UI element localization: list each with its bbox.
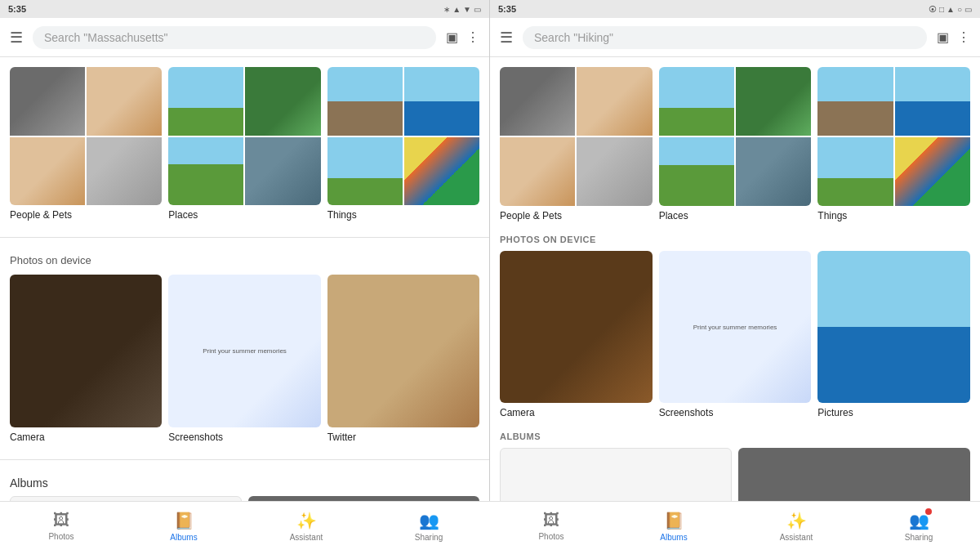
right-nav-photos[interactable]: 🖼 Photos <box>490 511 612 541</box>
thumb-cell <box>327 67 403 136</box>
left-nav-sharing[interactable]: 👥 Sharing <box>368 511 490 542</box>
right-notification-icon: □ <box>939 5 944 14</box>
thumb-cell <box>404 67 479 136</box>
right-category-grid: People & Pets Places <box>500 67 970 221</box>
left-category-things[interactable]: Things <box>327 67 479 221</box>
right-photos-on-device-header: PHOTOS ON DEVICE <box>490 228 980 248</box>
right-people-pets-thumb <box>500 67 653 206</box>
sharing-badge <box>925 508 932 515</box>
right-albums-icon: 📔 <box>664 511 684 530</box>
right-sharing-icon: 👥 <box>909 511 929 530</box>
right-search-bar: ☰ Search "Hiking" ▣ ⋮ <box>490 18 980 57</box>
thumb-cell <box>168 137 243 206</box>
thumb-cell <box>895 67 970 136</box>
thumb-cell <box>168 67 243 136</box>
thumb-cell <box>10 67 85 136</box>
right-places-label: Places <box>659 210 688 221</box>
right-photos-grid: Camera Print your summer memories Screen… <box>490 248 980 426</box>
right-nav-sharing[interactable]: 👥 Sharing <box>858 511 980 542</box>
right-albums-header: ALBUMS <box>490 425 980 445</box>
wifi-icon: ▼ <box>463 5 471 14</box>
right-categories-section: People & Pets Places <box>490 57 980 228</box>
right-nav-albums[interactable]: 📔 Albums <box>612 511 735 542</box>
right-more-icon[interactable]: ⋮ <box>957 29 970 45</box>
right-hamburger-icon[interactable]: ☰ <box>500 29 513 47</box>
right-screenshots-thumb: Print your summer memories <box>659 251 812 404</box>
thumb-cell <box>817 67 893 136</box>
left-more-icon[interactable]: ⋮ <box>466 29 479 45</box>
left-albums-icon: 📔 <box>174 511 194 530</box>
right-sharing-nav-label: Sharing <box>905 533 933 542</box>
left-albums-nav-label: Albums <box>170 533 197 542</box>
right-albums-nav-label: Albums <box>660 533 687 542</box>
left-people-pets-thumb <box>10 67 162 205</box>
right-photo-pictures[interactable]: Pictures <box>817 251 970 419</box>
right-photo-camera[interactable]: Camera <box>500 251 653 419</box>
thumb-cell <box>736 137 811 206</box>
left-nav-assistant[interactable]: ✨ Assistant <box>245 511 368 542</box>
right-category-places[interactable]: Places <box>659 67 812 221</box>
right-wifi-icon: ▲ <box>947 5 955 14</box>
thumb-cell <box>87 67 162 136</box>
right-pictures-thumb <box>817 251 970 404</box>
right-photo-screenshots[interactable]: Print your summer memories Screenshots <box>659 251 812 419</box>
right-search-input[interactable]: Search "Hiking" <box>523 26 927 49</box>
right-cast-icon[interactable]: ▣ <box>937 29 949 45</box>
right-time: 5:35 <box>498 4 516 14</box>
right-category-things[interactable]: Things <box>817 67 970 221</box>
left-photos-on-device-section: Photos on device Camera Print your summe… <box>0 248 489 449</box>
thumb-cell <box>10 137 85 206</box>
left-nav-photos[interactable]: 🖼 Photos <box>0 511 122 541</box>
left-hamburger-icon[interactable]: ☰ <box>10 29 23 47</box>
right-bluetooth-icon: ⦿ <box>929 5 937 14</box>
left-status-icons: ∗ ▲ ▼ ▭ <box>443 5 481 14</box>
left-phone-panel: 5:35 ∗ ▲ ▼ ▭ ☰ Search "Massachusetts" ▣ … <box>0 0 490 550</box>
left-search-right-icons: ▣ ⋮ <box>446 29 479 45</box>
right-pictures-label: Pictures <box>817 407 853 418</box>
right-things-label: Things <box>817 210 847 221</box>
left-screenshots-label: Screenshots <box>168 432 223 443</box>
thumb-cell <box>245 67 320 136</box>
signal-icon: ▲ <box>452 5 461 14</box>
right-category-people-pets[interactable]: People & Pets <box>500 67 653 221</box>
left-search-input[interactable]: Search "Massachusetts" <box>33 26 436 49</box>
left-things-label: Things <box>327 209 357 221</box>
left-panel-content: People & Pets Places <box>0 57 489 550</box>
battery-icon: ▭ <box>474 5 481 14</box>
left-assistant-icon: ✨ <box>296 511 317 530</box>
thumb-cell <box>500 67 575 136</box>
right-things-thumb <box>817 67 970 206</box>
right-search-right-icons: ▣ ⋮ <box>937 29 970 45</box>
right-phone-panel: 5:35 ⦿ □ ▲ ○ ▭ ☰ Search "Hiking" ▣ ⋮ <box>490 0 980 550</box>
left-photo-screenshots[interactable]: Print your summer memories Screenshots <box>168 275 320 442</box>
left-categories-section: People & Pets Places <box>0 57 489 227</box>
left-photo-camera[interactable]: Camera <box>10 275 162 442</box>
left-photos-nav-label: Photos <box>48 532 74 541</box>
thumb-cell <box>736 67 811 136</box>
thumb-cell <box>245 137 320 206</box>
right-photos-icon: 🖼 <box>543 511 559 530</box>
left-camera-thumb <box>10 275 162 427</box>
left-twitter-label: Twitter <box>327 432 356 443</box>
right-status-bar: 5:35 ⦿ □ ▲ ○ ▭ <box>490 0 980 18</box>
thumb-cell <box>500 137 575 206</box>
thumb-cell <box>577 137 652 206</box>
left-nav-albums[interactable]: 📔 Albums <box>122 511 245 542</box>
left-sharing-icon: 👥 <box>419 511 439 530</box>
left-things-thumb <box>327 67 479 205</box>
left-time: 5:35 <box>8 4 26 14</box>
thumb-cell <box>577 67 652 136</box>
right-assistant-nav-label: Assistant <box>780 533 813 542</box>
left-category-people-pets[interactable]: People & Pets <box>10 67 162 221</box>
left-cast-icon[interactable]: ▣ <box>446 29 458 45</box>
left-albums-title: Albums <box>10 476 479 490</box>
right-screenshots-label: Screenshots <box>659 407 714 418</box>
right-nav-assistant[interactable]: ✨ Assistant <box>735 511 858 542</box>
left-category-places[interactable]: Places <box>168 67 320 221</box>
right-bottom-nav: 🖼 Photos 📔 Albums ✨ Assistant 👥 Sharing <box>490 501 980 550</box>
left-photos-grid: Camera Print your summer memories Screen… <box>0 271 489 449</box>
thumb-cell <box>659 67 734 136</box>
thumb-cell <box>87 137 162 206</box>
left-people-pets-label: People & Pets <box>10 209 72 221</box>
left-photo-twitter[interactable]: Twitter <box>327 275 479 442</box>
